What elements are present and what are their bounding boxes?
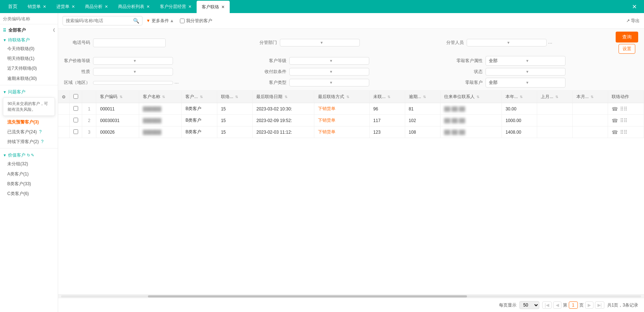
close-icon[interactable]: ✕ — [146, 4, 150, 9]
more-action-icon[interactable]: ⠿⠿ — [620, 129, 627, 135]
col-unit-contact[interactable]: 往来单位联系人 ⇅ — [440, 91, 502, 103]
close-icon[interactable]: ✕ — [72, 4, 75, 9]
customer-type-select[interactable]: ▼ — [289, 79, 369, 86]
edit-icon[interactable]: ✎ — [31, 153, 34, 158]
sidebar-item-churned[interactable]: 已流失客户(24) ? — [0, 127, 58, 137]
col-uncontacted[interactable]: 未联... ⇅ — [370, 91, 405, 103]
tab-customer-layer[interactable]: 客户分层经营 ✕ — [155, 0, 197, 13]
sidebar-group-pending[interactable]: ▼ 待联络客户 — [0, 35, 58, 44]
search-input[interactable] — [66, 18, 132, 23]
close-icon[interactable]: ✕ — [105, 4, 108, 9]
sidebar-all-customers[interactable]: ⠿ 全部客户 《 — [0, 24, 58, 35]
contact-icon[interactable]: ☎ — [612, 106, 618, 112]
more-icon[interactable]: ··· — [548, 40, 552, 46]
row-checkbox[interactable] — [70, 103, 82, 115]
tab-home[interactable]: 首页 — [3, 3, 23, 10]
sidebar-item-overdue[interactable]: 逾期未联络(30) — [0, 74, 58, 84]
sidebar-item-class-c[interactable]: C类客户(6) — [0, 189, 58, 199]
sort-icon10: ⇅ — [520, 95, 523, 99]
tab-product-analysis-list[interactable]: 商品分析列表 ✕ — [113, 0, 155, 13]
col-this-year[interactable]: 本年... ⇅ — [502, 91, 537, 103]
row-last-method[interactable]: 下销货单 — [314, 126, 370, 138]
zero-attr-select[interactable]: 全部 ▼ — [486, 56, 565, 66]
col-code[interactable]: 客户编码 ⇅ — [96, 91, 139, 103]
prev-page-button[interactable]: ◀ — [553, 301, 562, 309]
sidebar-item-churn-warning[interactable]: 流失预警客户(3) — [0, 117, 58, 127]
col-settings[interactable]: ⚙ — [58, 91, 70, 103]
row-checkbox[interactable] — [70, 115, 82, 126]
sort-icon9: ⇅ — [476, 95, 479, 99]
tab-sales[interactable]: 销货单 ✕ — [23, 0, 51, 13]
refresh-icon[interactable]: ↻ — [27, 153, 30, 158]
sidebar-group-value[interactable]: ▼ 价值客户 ↻ ✎ — [0, 150, 58, 159]
zero-customer-select[interactable]: 全部 ▼ — [486, 78, 565, 88]
row-code: 000011 — [96, 103, 139, 115]
first-page-button[interactable]: |◀ — [542, 301, 552, 309]
sidebar-search-input[interactable] — [3, 16, 57, 21]
close-icon[interactable]: ✕ — [188, 4, 192, 9]
my-customers-checkbox[interactable]: 我分管的客户 — [180, 18, 212, 24]
close-icon[interactable]: ✕ — [221, 5, 225, 9]
row-uncontacted: 96 — [370, 103, 405, 115]
contact-icon[interactable]: ☎ — [612, 118, 618, 123]
query-button[interactable]: 查询 — [616, 32, 638, 42]
price-level-select[interactable]: ▼ — [93, 57, 173, 65]
search-input-wrap[interactable]: 🔍 — [63, 16, 142, 25]
close-icon[interactable]: ✕ — [43, 4, 46, 9]
tab-customer-contact[interactable]: 客户联络 ✕ — [197, 1, 230, 13]
chevron-down-icon5: ▼ — [526, 59, 562, 63]
col-last-month[interactable]: 上月... ⇅ — [537, 91, 573, 103]
sidebar-item-tomorrow[interactable]: 明天待联络(1) — [0, 54, 58, 64]
sidebar-item-today[interactable]: 今天待联络(0) — [0, 44, 58, 54]
current-page[interactable]: 1 — [569, 301, 578, 309]
sidebar-item-class-a[interactable]: A类客户(1) — [0, 169, 58, 179]
col-name[interactable]: 客户名称 ⇅ — [139, 91, 181, 103]
sidebar-item-7days[interactable]: 近7天待联络(0) — [0, 64, 58, 73]
tooltip-problem-customers: 90天未交易的客户，可能有流失风险。 — [3, 97, 55, 116]
phone-input[interactable] — [93, 39, 166, 47]
col-this-month[interactable]: 本月... ⇅ — [572, 91, 608, 103]
more-conditions-button[interactable]: ▼ 更多条件 ▲ — [146, 18, 174, 24]
window-close-button[interactable]: ✕ — [628, 3, 641, 10]
person-select[interactable]: ▼ — [467, 39, 547, 46]
search-button[interactable]: 🔍 — [133, 18, 139, 24]
tab-product-analysis[interactable]: 商品分析 ✕ — [80, 0, 113, 13]
sidebar-group-problem[interactable]: ▼ 问题客户 — [0, 87, 58, 96]
settings-button[interactable]: 设置 — [619, 44, 635, 54]
customer-level-select[interactable]: ▼ — [289, 57, 369, 65]
row-this-year: 1408.00 — [502, 126, 537, 138]
sidebar-item-declining[interactable]: 持续下滑客户(2) ? — [0, 137, 58, 147]
chevron-down-icon8: ▼ — [526, 70, 562, 74]
export-button[interactable]: ↗ 导出 — [626, 18, 640, 24]
row-last-method[interactable]: 下销货单 — [314, 115, 370, 126]
more-action-icon[interactable]: ⠿⠿ — [620, 106, 627, 112]
col-type[interactable]: 客户... ⇅ — [182, 91, 217, 103]
contact-icon[interactable]: ☎ — [612, 129, 618, 135]
gender-select[interactable]: ▼ — [93, 68, 173, 76]
last-page-button[interactable]: ▶| — [595, 301, 604, 309]
area-more-icon[interactable]: ··· — [174, 80, 179, 86]
col-contact[interactable]: 联络... ⇅ — [217, 91, 253, 103]
more-action-icon[interactable]: ⠿⠿ — [620, 118, 627, 123]
scrollbar-thumb[interactable] — [148, 295, 467, 297]
payment-select[interactable]: ▼ — [289, 68, 369, 76]
collapse-icon: 《 — [51, 28, 55, 33]
sidebar-item-class-b[interactable]: B类客户(33) — [0, 179, 58, 189]
col-overdue[interactable]: 逾期... ⇅ — [405, 91, 440, 103]
tab-purchase[interactable]: 进货单 ✕ — [51, 0, 80, 13]
my-customers-input[interactable] — [180, 19, 185, 23]
select-all-checkbox[interactable] — [73, 94, 78, 99]
row-last-method[interactable]: 下销货单 — [314, 103, 370, 115]
horizontal-scrollbar[interactable] — [58, 294, 644, 298]
col-last-date[interactable]: 最后联络日期 ⇅ — [253, 91, 314, 103]
next-page-button[interactable]: ▶ — [585, 301, 593, 309]
sidebar-item-ungroup[interactable]: 未分组(32) — [0, 159, 58, 169]
filter-dept: 分管部门 ▼ — [251, 39, 423, 46]
dept-select[interactable]: ▼ — [280, 39, 360, 46]
area-select[interactable] — [93, 81, 173, 85]
col-checkbox[interactable] — [70, 91, 82, 103]
col-last-method[interactable]: 最后联络方式 ⇅ — [314, 91, 370, 103]
status-select[interactable]: ▼ — [486, 68, 565, 76]
per-page-select[interactable]: 50 100 200 — [519, 301, 539, 309]
row-checkbox[interactable] — [70, 126, 82, 138]
